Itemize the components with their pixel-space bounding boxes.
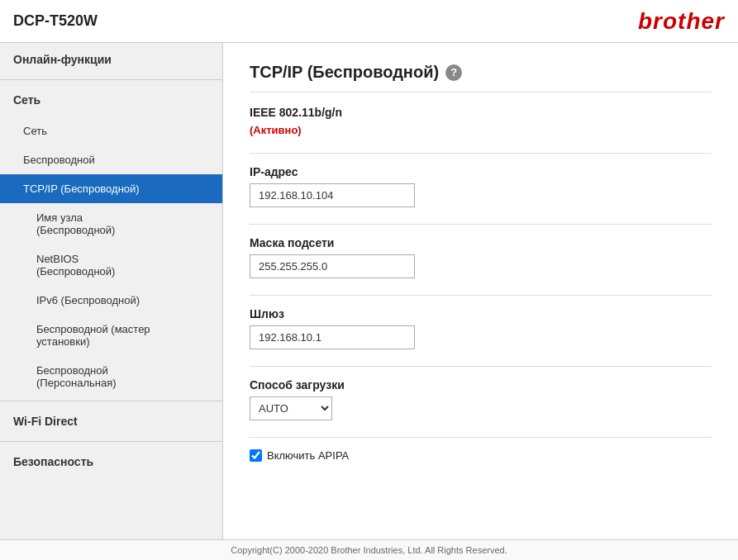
sidebar-item-wireless-wizard[interactable]: Беспроводной (мастерустановки) [0, 315, 222, 356]
sidebar-item-hostname-wireless[interactable]: Имя узла(Беспроводной) [0, 203, 222, 244]
sidebar-item-network[interactable]: Сеть [0, 116, 222, 145]
gateway-label: Шлюз [250, 307, 712, 320]
gateway-section: Шлюз [250, 307, 712, 349]
apipa-section: Включить APIPA [250, 449, 712, 462]
sidebar-item-ipv6-wireless[interactable]: IPv6 (Беспроводной) [0, 286, 222, 315]
apipa-checkbox[interactable] [250, 449, 262, 462]
brother-logo: brother [638, 8, 725, 35]
sidebar-item-network-header[interactable]: Сеть [0, 83, 222, 116]
ip-address-input[interactable] [250, 183, 415, 207]
sidebar-item-wireless-personal[interactable]: Беспроводной(Персональная) [0, 356, 222, 397]
page-title: TCP/IP (Беспроводной) ? [250, 63, 712, 93]
boot-method-select[interactable]: AUTO STATIC DHCP BOOTP RARP [250, 396, 332, 420]
ieee-section: IEEE 802.11b/g/n (Активно) [250, 106, 712, 136]
sidebar-item-wifi-direct[interactable]: Wi-Fi Direct [0, 405, 222, 438]
header: DCP-T520W brother [0, 0, 738, 43]
divider-2 [0, 401, 222, 401]
divider-boot [250, 437, 712, 438]
boot-method-section: Способ загрузки AUTO STATIC DHCP BOOTP R… [250, 378, 712, 420]
ip-address-section: IP-адрес [250, 165, 712, 207]
divider-subnet [250, 295, 712, 296]
divider-3 [0, 441, 222, 442]
gateway-input[interactable] [250, 325, 415, 349]
sidebar: Онлайн-функции Сеть Сеть Беспроводной TC… [0, 43, 223, 539]
ieee-label: IEEE 802.11b/g/n [250, 106, 712, 119]
sidebar-item-wireless[interactable]: Беспроводной [0, 145, 222, 174]
boot-method-label: Способ загрузки [250, 378, 712, 392]
sidebar-item-tcp-ip-wireless[interactable]: TCP/IP (Беспроводной) [0, 174, 222, 203]
sidebar-item-security[interactable]: Безопасность [0, 445, 222, 478]
device-title: DCP-T520W [13, 12, 98, 30]
help-icon[interactable]: ? [445, 64, 462, 81]
ieee-status: (Активно) [250, 124, 712, 136]
sidebar-item-online-functions[interactable]: Онлайн-функции [0, 43, 222, 76]
subnet-mask-section: Маска подсети [250, 236, 712, 278]
subnet-mask-input[interactable] [250, 254, 415, 278]
sidebar-item-netbios-wireless[interactable]: NetBIOS(Беспроводной) [0, 244, 222, 286]
subnet-mask-label: Маска подсети [250, 236, 712, 249]
footer: Copyright(C) 2000-2020 Brother Industrie… [0, 539, 738, 560]
main-layout: Онлайн-функции Сеть Сеть Беспроводной TC… [0, 43, 738, 539]
boot-method-dropdown-wrapper: AUTO STATIC DHCP BOOTP RARP [250, 396, 712, 420]
content-area: TCP/IP (Беспроводной) ? IEEE 802.11b/g/n… [223, 43, 738, 539]
divider-ieee [250, 153, 712, 154]
divider-gateway [250, 366, 712, 367]
divider-ip [250, 224, 712, 225]
divider-1 [0, 79, 222, 80]
apipa-label[interactable]: Включить APIPA [250, 449, 712, 462]
ip-address-label: IP-адрес [250, 165, 712, 178]
